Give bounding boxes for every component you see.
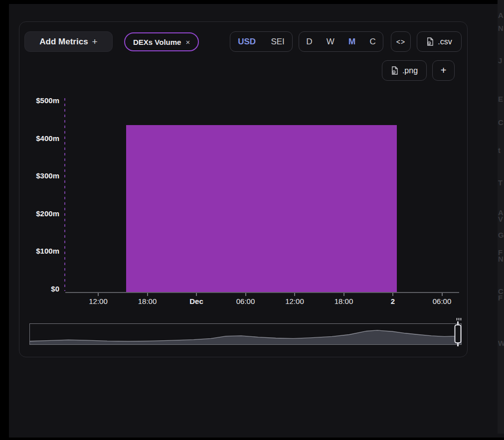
clipped-text-fragment: G [498,231,504,239]
clipped-text-fragment: J [498,56,502,65]
clipped-text-fragment: F [498,293,503,302]
x-axis-label: 2 [374,297,411,305]
y-axis-label: $0 [23,285,59,293]
plot-left-dashed-line [64,98,65,291]
navigator-area [29,330,462,344]
clipped-text-fragment: A [498,11,504,19]
x-axis-tick [343,293,344,296]
x-axis-label: Dec [178,297,215,305]
x-axis-tick [147,293,148,296]
x-axis-tick [294,293,295,296]
clipped-text-fragment: C [498,118,504,127]
dexs-volume-bar[interactable] [126,125,397,292]
x-axis-label: 18:00 [326,297,362,305]
x-axis-label: 12:00 [80,297,117,305]
x-axis-tick [196,293,197,296]
x-axis-tick [442,293,443,296]
clipped-text-fragment: t [498,146,501,154]
y-axis-label: $500m [23,96,59,105]
x-axis-tick [392,293,393,296]
y-axis-label: $200m [23,209,59,217]
x-axis-line [65,292,459,293]
app-surface: Add Metrics + DEXs Volume × USD SEI D W … [9,4,504,438]
chart-navigator[interactable] [29,323,462,345]
x-axis-label: 06:00 [227,297,264,305]
x-axis-label: 06:00 [424,297,461,305]
chart-panel: Add Metrics + DEXs Volume × USD SEI D W … [19,21,468,357]
clipped-text-fragment: T [498,178,503,187]
volume-bar-chart: $500m$400m$300m$200m$100m$012:0018:00Dec… [19,22,467,357]
clipped-text-fragment: W [498,339,504,347]
y-axis-label: $300m [23,171,59,180]
clipped-text-fragment: N [498,255,504,263]
y-axis-label: $400m [23,134,59,142]
x-axis-label: 12:00 [276,297,313,305]
clipped-text-fragment: N [498,24,504,32]
x-axis-tick [98,293,99,296]
clipped-text-fragment: V [498,215,503,223]
y-axis-label: $100m [23,247,59,255]
navigator-handle[interactable] [455,325,461,343]
x-axis-tick [245,293,246,296]
x-axis-label: 18:00 [129,297,166,305]
right-edge-clipped-text: ANJECtTAVGFNCFW [498,0,504,434]
clipped-text-fragment: E [498,95,503,103]
